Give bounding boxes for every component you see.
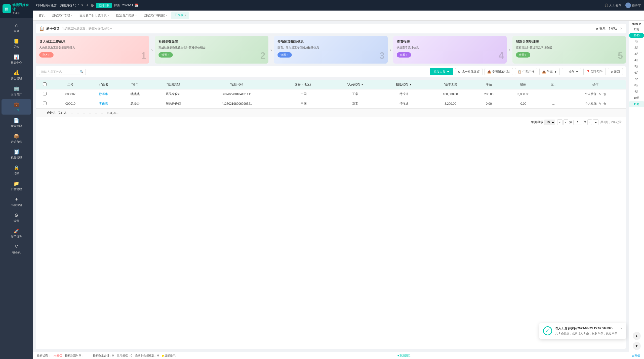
step-action-4[interactable]: 查看＞ (397, 52, 411, 58)
month-item-6[interactable]: 5月 (629, 64, 644, 69)
switch-version-btn[interactable]: 切到旧版 (96, 3, 112, 8)
video-btn[interactable]: ▶ 视频 (596, 26, 606, 31)
employee-name-0[interactable]: 徐泽华 (99, 92, 108, 96)
tab-close-depreciation[interactable]: × (108, 14, 109, 17)
sidebar-item-closing[interactable]: 🔒结账 (2, 163, 31, 178)
prev-page-btn[interactable]: ‹ (564, 119, 568, 125)
sidebar-item-guide[interactable]: 🚀新手引导 (2, 226, 31, 241)
tab-home[interactable]: 首页 (36, 12, 48, 19)
social-link-0[interactable]: 个人社保 (585, 92, 597, 96)
sidebar-item-reports[interactable]: 📊报表中心 (2, 52, 31, 67)
month-item-4[interactable]: 3月 (629, 51, 644, 57)
step-desc-1: 人员信息及工资数据新增导入 (39, 45, 146, 50)
cell-tax-0: ... (542, 89, 565, 99)
add-account-icon[interactable]: + (86, 3, 89, 8)
charge-link[interactable]: 去充值 (632, 354, 640, 357)
edit-btn-0[interactable]: ✎ (599, 92, 601, 96)
guide-title: 新手引导 (46, 26, 59, 31)
refresh-icon: ↻ (611, 70, 613, 74)
month-item-3[interactable]: 2月 (629, 45, 644, 50)
help-btn[interactable]: ? 帮助 (609, 26, 617, 31)
operations-btn[interactable]: ⋮ 操作 ▼ (562, 68, 581, 75)
remain-label: 当前剩余授权数：0 (135, 354, 159, 357)
consult-btn[interactable]: 🎧 人工咨询 (605, 3, 621, 8)
tax-declare-btn[interactable]: 📋 个税申报 (515, 68, 537, 75)
toast-close-btn[interactable]: × (620, 326, 622, 330)
tab-salary[interactable]: 工资表× (171, 12, 189, 19)
social-insurance-btn[interactable]: ⚙ 统一社保设置 (455, 68, 482, 75)
table-header-row: 工号 ↕ *姓名 *部门 *证照类型 *证照号码 国籍（地区） *人员状态 ▼ … (36, 80, 626, 89)
cancel-pin-btn[interactable]: ◄取消固定 (397, 354, 411, 357)
step-action-3[interactable]: 查看＞ (277, 52, 292, 58)
refresh-btn[interactable]: ↻ 刷新 (608, 68, 623, 75)
month-item-9[interactable]: 8月 (629, 82, 644, 88)
member-icon: V (15, 244, 18, 249)
special-deduction-btn[interactable]: 📥 专项附加扣除 (485, 68, 513, 75)
month-item-8[interactable]: 7月 (629, 76, 644, 82)
step-action-5[interactable]: 查看＞ (516, 52, 530, 58)
last-page-btn[interactable]: » (593, 119, 598, 125)
edit-btn-1[interactable]: ✎ (599, 102, 601, 106)
month-item-7[interactable]: 6月 (629, 70, 644, 76)
col-id-no: *证照号码 (196, 80, 277, 89)
panel-up-btn[interactable]: ▲ (633, 332, 641, 340)
sidebar-item-settings[interactable]: ⚙设置 (2, 210, 31, 225)
step-action-1[interactable]: 导入＞ (39, 52, 54, 58)
export-btn[interactable]: 📤 导出 ▼ (539, 68, 560, 75)
user-info[interactable]: 徐泽华 (625, 3, 641, 8)
step-action-2[interactable]: 设置＞ (158, 52, 173, 58)
sidebar-item-inventory[interactable]: 📦进销台账 (2, 131, 31, 146)
tab-label-category: 固定资产类别 (116, 13, 134, 18)
guide-close-btn[interactable]: × (620, 26, 622, 31)
month-item-10[interactable]: 9月 (629, 89, 644, 94)
sidebar-item-salary[interactable]: 💼工资 (2, 99, 31, 115)
employee-name-1[interactable]: 李俊杰 (99, 102, 108, 105)
settings-icon[interactable]: ⚙ (91, 3, 94, 8)
search-icon[interactable]: 🔍 (80, 70, 84, 74)
select-all-checkbox[interactable] (43, 82, 47, 86)
search-input[interactable] (41, 70, 79, 74)
account-dropdown[interactable]: ▼ (81, 4, 84, 7)
tab-fixed-assets[interactable]: 固定资产管理× (49, 12, 75, 19)
sidebar-item-home[interactable]: ⌂首页 (2, 20, 31, 35)
tab-category[interactable]: 固定资产类别× (113, 12, 140, 19)
first-page-btn[interactable]: « (557, 119, 562, 125)
sidebar-item-expense[interactable]: 📄发票管理 (2, 115, 31, 130)
page-input[interactable] (573, 120, 582, 125)
month-item-2[interactable]: 1月 (629, 38, 644, 44)
tab-close-detail[interactable]: × (166, 14, 168, 17)
row-checkbox-1[interactable] (43, 101, 47, 105)
sidebar-item-fixed[interactable]: 🏢固定资产 (2, 83, 31, 99)
sidebar-item-member[interactable]: V畅会员 (2, 242, 31, 257)
panel-down-btn[interactable]: ▼ (633, 342, 641, 350)
add-employee-btn[interactable]: 添加人员 ▼ (430, 68, 453, 75)
sidebar-item-funds[interactable]: 💰资金管理 (2, 68, 31, 83)
month-item-12[interactable]: 11月 (629, 101, 644, 107)
tab-depreciation[interactable]: 固定资产折旧统计表× (76, 12, 112, 19)
delete-btn-1[interactable]: 🗑 (603, 102, 606, 106)
page-size-select[interactable]: 10 20 50 (544, 120, 555, 125)
new-guide-btn[interactable]: ❓ 新手引导 (583, 68, 606, 75)
delete-btn-0[interactable]: 🗑 (603, 92, 606, 96)
next-page-btn[interactable]: › (587, 119, 592, 125)
social-link-1[interactable]: 个人社保 (585, 101, 597, 106)
sidebar-item-ledger[interactable]: 📒总账 (2, 36, 31, 51)
col-allowance: 津贴 (473, 80, 505, 89)
tab-close-salary[interactable]: × (184, 14, 186, 17)
row-checkbox-0[interactable] (43, 92, 47, 95)
sidebar-item-tax[interactable]: 🧾税务管理 (2, 147, 31, 162)
sidebar-item-archive[interactable]: 📁归档管理 (2, 178, 31, 194)
month-item-5[interactable]: 4月 (629, 57, 644, 63)
calendar-icon[interactable]: 📅 (134, 4, 138, 7)
month-item-0[interactable]: 12月 (629, 27, 644, 32)
video-icon: ▶ (596, 27, 599, 30)
tab-detail[interactable]: 固定资产明细账× (141, 12, 171, 19)
tab-close-category[interactable]: × (135, 14, 137, 17)
page-size-selector: 每页显示 10 20 50 (531, 120, 555, 125)
month-item-11[interactable]: 10月 (629, 95, 644, 101)
month-item-1[interactable]: 2023 (629, 33, 644, 38)
funds-icon: 💰 (14, 70, 19, 76)
sidebar-item-xiaochang[interactable]: ✈小畅报销 (2, 194, 31, 210)
tab-close-fixed-assets[interactable]: × (71, 14, 72, 17)
content-main: 📋 新手引导 5步快速完成设置，快去完善信息吧～ ▶ 视频 ? 帮助 × (33, 21, 629, 352)
